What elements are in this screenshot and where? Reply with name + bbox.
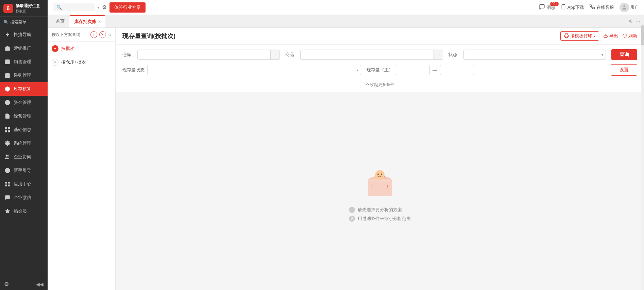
marketing-icon bbox=[4, 45, 11, 52]
scheme-settings-icon[interactable] bbox=[99, 31, 106, 38]
active-scheme-dot bbox=[52, 45, 58, 52]
status-select[interactable] bbox=[463, 50, 606, 60]
warehouse-select-btn[interactable]: ··· bbox=[270, 50, 279, 59]
stock-status-label: 现存量状态 bbox=[122, 67, 145, 73]
app-download-btn[interactable]: App下载 bbox=[561, 4, 584, 11]
query-btn[interactable]: 查询 bbox=[611, 49, 637, 60]
sidebar-item-inventory[interactable]: 库存核算 bbox=[0, 82, 48, 96]
filter-scheme-by-batch[interactable]: 按批次 bbox=[48, 42, 115, 55]
filter-scheme-label: 按仓库+批次 bbox=[61, 59, 86, 65]
sidebar-settings-icon[interactable]: ⚙ bbox=[4, 281, 9, 287]
tab-expand-icon[interactable]: ⋯ bbox=[635, 18, 641, 24]
collapse-panel-icon[interactable]: « bbox=[108, 32, 111, 38]
sidebar-item-label: 企业协同 bbox=[14, 154, 31, 160]
export-btn[interactable]: 导出 bbox=[603, 33, 618, 39]
refresh-icon bbox=[622, 33, 627, 39]
tab-home-label: 首页 bbox=[56, 18, 65, 24]
empty-tip-2: 2 用过滤条件来缩小分析范围 bbox=[349, 216, 411, 222]
messages-btn[interactable]: 消息 99+ bbox=[539, 4, 555, 11]
sidebar-item-apps[interactable]: 应用中心 bbox=[0, 177, 48, 191]
app-title: 畅康通好生意 bbox=[16, 3, 40, 9]
topbar-right: 消息 99+ App下载 在线客服 用户 bbox=[539, 3, 639, 12]
product-label: 商品 bbox=[285, 52, 298, 58]
sidebar-item-shortcut[interactable]: 快捷导航 bbox=[0, 28, 48, 41]
enterprise-icon bbox=[4, 153, 11, 160]
refresh-btn[interactable]: 刷新 bbox=[622, 33, 637, 39]
finance-icon bbox=[4, 99, 11, 106]
settings-btn[interactable]: 设置 bbox=[611, 64, 637, 76]
topbar: 🔍 ▾ ⚙ 体验行业方案 消息 99+ App下载 bbox=[48, 0, 644, 15]
sidebar-item-purchase[interactable]: 采购管理 bbox=[0, 69, 48, 82]
svg-point-27 bbox=[377, 174, 379, 175]
inventory-icon bbox=[4, 86, 11, 92]
svg-point-28 bbox=[381, 174, 382, 175]
print-dropdown-icon[interactable]: ▾ bbox=[594, 34, 595, 38]
guide-icon bbox=[4, 167, 11, 174]
svg-rect-20 bbox=[565, 36, 568, 38]
sidebar-item-label: 库存核算 bbox=[14, 86, 31, 92]
scrollbar-track[interactable] bbox=[641, 15, 644, 290]
tip-num-1: 1 bbox=[349, 207, 355, 213]
apps-icon bbox=[4, 181, 11, 187]
print-btn[interactable]: 按模板打印 ▾ bbox=[560, 31, 599, 41]
add-scheme-icon[interactable]: + bbox=[90, 31, 97, 38]
topbar-gear-icon[interactable]: ⚙ bbox=[102, 4, 107, 11]
product-field: 商品 ··· bbox=[285, 50, 443, 60]
collapse-up-icon bbox=[365, 82, 370, 88]
svg-rect-9 bbox=[5, 182, 7, 183]
warehouse-label: 仓库 bbox=[122, 52, 135, 58]
sidebar-item-system[interactable]: 系统管理 bbox=[0, 137, 48, 150]
sidebar-search[interactable]: 🔍 搜索菜单 bbox=[0, 17, 48, 28]
svg-point-19 bbox=[54, 61, 56, 63]
tab-close-icon[interactable]: × bbox=[98, 19, 101, 24]
tab-inventory-batch[interactable]: 库存批次账 × bbox=[69, 15, 105, 28]
sales-icon bbox=[4, 58, 11, 65]
stock-qty-min-input[interactable] bbox=[396, 65, 430, 75]
sidebar-item-label: 销售管理 bbox=[14, 59, 31, 65]
sidebar-item-sales[interactable]: 销售管理 bbox=[0, 55, 48, 69]
online-service-btn[interactable]: 在线客服 bbox=[590, 4, 614, 11]
warehouse-input-wrapper: ··· bbox=[137, 50, 280, 60]
svg-rect-12 bbox=[8, 184, 10, 186]
user-avatar-btn[interactable]: 用户 bbox=[620, 3, 639, 12]
stock-qty-max-input[interactable] bbox=[440, 65, 474, 75]
sidebar-search-label: 搜索菜单 bbox=[10, 19, 27, 25]
topbar-search-box[interactable]: 🔍 bbox=[53, 3, 95, 11]
sidebar-item-label: 应用中心 bbox=[14, 181, 31, 187]
stock-status-select-wrapper: ▾ bbox=[147, 65, 361, 75]
sidebar-item-label: 基础信息 bbox=[14, 127, 31, 133]
inactive-scheme-dot bbox=[52, 59, 58, 66]
sidebar-header: 6 畅康通好生意 标准版 bbox=[0, 0, 48, 17]
sidebar-item-label: 新手引导 bbox=[14, 167, 31, 174]
filter-panel-actions: + « bbox=[90, 31, 111, 38]
tabbar: 首页 库存批次账 × ✕ ⋯ bbox=[48, 15, 644, 28]
sidebar-item-wechat[interactable]: 企业微信 bbox=[0, 191, 48, 204]
svg-point-1 bbox=[5, 100, 10, 105]
svg-rect-2 bbox=[5, 127, 7, 129]
topbar-search-input[interactable] bbox=[64, 5, 91, 10]
product-select-btn[interactable]: ··· bbox=[434, 50, 443, 59]
svg-text:!: ! bbox=[371, 184, 373, 189]
sidebar-footer: ⚙ ◀◀ bbox=[0, 278, 48, 290]
sidebar-item-guide[interactable]: 新手引导 bbox=[0, 164, 48, 177]
sidebar-item-operation[interactable]: 经营管理 bbox=[0, 109, 48, 123]
stock-status-select[interactable] bbox=[147, 65, 361, 75]
sidebar-item-enterprise[interactable]: 企业协同 bbox=[0, 150, 48, 164]
sidebar-item-marketing[interactable]: 营销推广 bbox=[0, 41, 48, 55]
experience-btn[interactable]: 体验行业方案 bbox=[109, 2, 146, 13]
sidebar-item-label: 营销推广 bbox=[14, 45, 31, 51]
product-input[interactable] bbox=[301, 52, 433, 57]
dropdown-arrow-icon[interactable]: ▾ bbox=[97, 5, 99, 10]
scrollbar-thumb[interactable] bbox=[641, 25, 644, 46]
sidebar-collapse-icon[interactable]: ◀◀ bbox=[36, 282, 44, 287]
filter-scheme-by-warehouse-batch[interactable]: 按仓库+批次 bbox=[48, 55, 115, 69]
sidebar-item-basic[interactable]: 基础信息 bbox=[0, 123, 48, 137]
warehouse-input[interactable] bbox=[138, 52, 270, 57]
collapse-more-conditions[interactable]: 收起更多条件 bbox=[122, 80, 637, 88]
sidebar-item-finance[interactable]: 资金管理 bbox=[0, 96, 48, 109]
page-content: 按以下方案查询 + « 按批次 按仓库+批次 bbox=[48, 28, 644, 290]
tab-close-btn[interactable]: ✕ bbox=[628, 18, 632, 24]
product-input-wrapper: ··· bbox=[300, 50, 443, 60]
tab-home[interactable]: 首页 bbox=[51, 16, 69, 27]
sidebar-item-member[interactable]: 畅会员 bbox=[0, 204, 48, 218]
